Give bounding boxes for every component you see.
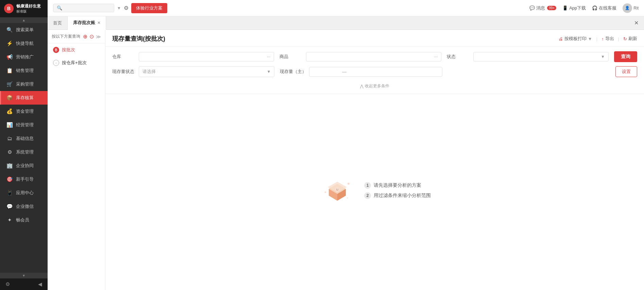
- sidebar-footer: ⚙ ◀: [0, 278, 48, 290]
- left-panel-item-batch[interactable]: B 按批次: [48, 43, 105, 56]
- username-label: Rit: [633, 6, 639, 11]
- left-panel: 按以下方案查询 ⊕ ⊙ ≫ B 按批次 ○ 按仓库+批次: [48, 30, 105, 290]
- sidebar-item-search[interactable]: 🔍 搜索菜单: [0, 23, 48, 37]
- online-service-item[interactable]: 🎧 在线客服: [592, 5, 616, 11]
- svg-point-10: [338, 188, 338, 189]
- stock-status-label: 现存量状态: [112, 69, 136, 75]
- topbar-gear-icon[interactable]: ⚙: [124, 5, 129, 11]
- settings-button[interactable]: 设置: [615, 66, 637, 77]
- sidebar-item-apps[interactable]: 📱 应用中心: [0, 186, 48, 200]
- sidebar-scroll-up[interactable]: ▲: [0, 17, 48, 23]
- warehouse-input[interactable]: ···: [139, 52, 274, 61]
- add-scheme-icon[interactable]: ⊕: [83, 33, 87, 40]
- stock-qty-min-input[interactable]: [313, 69, 340, 74]
- purchase-icon: 🛒: [6, 81, 13, 87]
- product-label: 商品: [279, 54, 303, 60]
- sidebar-item-marketing[interactable]: 📢 营销推广: [0, 50, 48, 64]
- wechat-icon: 💬: [6, 203, 13, 210]
- print-chevron-icon[interactable]: ▼: [588, 36, 592, 41]
- sidebar-item-sales[interactable]: 📋 销售管理: [0, 64, 48, 77]
- stock-status-select[interactable]: 请选择 ▼: [139, 66, 274, 77]
- sidebar-scroll-down[interactable]: ▼: [0, 273, 48, 278]
- search-input[interactable]: [64, 6, 105, 11]
- sidebar-item-newguide[interactable]: 🎯 新手引导: [0, 173, 48, 186]
- left-panel-collapse-icon[interactable]: ≫: [96, 34, 101, 39]
- step2-text: 用过滤条件来缩小分析范围: [374, 193, 431, 199]
- filter-status: 状态 ▼: [447, 52, 609, 61]
- content-area: 按以下方案查询 ⊕ ⊙ ≫ B 按批次 ○ 按仓库+批次 现存量查询(按批次): [48, 30, 644, 290]
- search-expand-icon[interactable]: ▼: [117, 6, 121, 11]
- sidebar-item-operations[interactable]: 📊 经营管理: [0, 118, 48, 132]
- right-content: 现存量查询(按批次) 🖨 按模板打印 ▼ | ↑ 导出 | ↻: [105, 30, 644, 290]
- sidebar-item-system[interactable]: ⚙ 系统管理: [0, 145, 48, 159]
- page-close-button[interactable]: ✕: [633, 18, 640, 28]
- collapse-more-btn[interactable]: ⋀ 收起更多条件: [112, 81, 637, 89]
- search-icon: 🔍: [57, 5, 62, 11]
- sidebar-item-purchase[interactable]: 🛒 采购管理: [0, 77, 48, 91]
- step1-num: 1: [364, 182, 371, 189]
- sidebar-collapse-icon[interactable]: ◀: [38, 281, 42, 287]
- empty-step2: 2 用过滤条件来缩小分析范围: [364, 192, 431, 199]
- status-select[interactable]: ▼: [473, 52, 609, 61]
- operations-icon: 📊: [6, 122, 13, 128]
- topbar-left: 🔍 ▼ ⚙ 体验行业方案: [53, 3, 167, 13]
- online-service-label: 在线客服: [599, 5, 616, 11]
- left-panel-item-warehouse-batch[interactable]: ○ 按仓库+批次: [48, 56, 105, 69]
- sidebar-item-quicknav[interactable]: ⚡ 快捷导航: [0, 37, 48, 50]
- print-action[interactable]: 🖨 按模板打印 ▼: [559, 36, 592, 42]
- search-bar[interactable]: 🔍: [53, 4, 114, 12]
- warehouse-more-icon[interactable]: ···: [267, 54, 270, 59]
- sidebar-item-enterprise[interactable]: 🏢 企业协同: [0, 159, 48, 173]
- export-action[interactable]: ↑ 导出: [601, 36, 614, 42]
- filter-warehouse: 仓库 ···: [112, 52, 274, 61]
- notification-badge: 99+: [547, 6, 556, 10]
- product-input[interactable]: ···: [306, 52, 441, 61]
- notifications-item[interactable]: 💬 消息 99+: [529, 5, 556, 11]
- stock-qty-label: 现存量（主）: [280, 69, 306, 75]
- tabs-bar: 首页 库存批次账 ✕ ✕: [48, 16, 644, 30]
- app-logo: B: [4, 4, 14, 13]
- svg-point-9: [336, 188, 337, 189]
- newguide-icon: 🎯: [6, 176, 13, 182]
- export-icon: ↑: [601, 36, 604, 41]
- svg-point-6: [325, 191, 326, 193]
- print-label: 按模板打印: [564, 36, 587, 42]
- sidebar: B 畅康通好生意 标准版 ▲ 🔍 搜索菜单 ⚡ 快捷导航 📢 营销推广 📋 销售…: [0, 0, 48, 290]
- sidebar-item-basic[interactable]: 🗂 基础信息: [0, 132, 48, 145]
- sidebar-item-wechat[interactable]: 💬 企业微信: [0, 200, 48, 213]
- empty-state: 1 请先选择要分析的方案 2 用过滤条件来缩小分析范围: [105, 94, 644, 290]
- tab-close-area: ✕: [633, 18, 644, 28]
- sidebar-nav: 🔍 搜索菜单 ⚡ 快捷导航 📢 营销推广 📋 销售管理 🛒 采购管理 📦 库存核…: [0, 23, 48, 273]
- phone-icon: 📱: [562, 5, 568, 11]
- notification-icon: 💬: [529, 5, 535, 11]
- tab-batch-account[interactable]: 库存批次账 ✕: [68, 16, 106, 30]
- sidebar-settings-icon[interactable]: ⚙: [5, 281, 10, 287]
- stock-status-chevron-icon: ▼: [267, 69, 271, 74]
- app-download-label: App下载: [569, 5, 586, 11]
- product-more-icon[interactable]: ···: [434, 54, 438, 59]
- filter-row-1: 仓库 ··· 商品 ··· 状态: [112, 51, 637, 62]
- refresh-action[interactable]: ↻ 刷新: [623, 36, 637, 42]
- left-panel-title: 按以下方案查询: [52, 34, 80, 39]
- warehouse-label: 仓库: [112, 54, 136, 60]
- page-header: 现存量查询(按批次) 🖨 按模板打印 ▼ | ↑ 导出 | ↻: [105, 30, 644, 47]
- sidebar-item-finance[interactable]: 💰 资金管理: [0, 105, 48, 118]
- scheme-settings-icon[interactable]: ⊙: [89, 33, 94, 40]
- tab-batch-label: 库存批次账: [73, 20, 95, 26]
- user-avatar-item[interactable]: 👤 Rit: [623, 3, 639, 13]
- tab-close-icon[interactable]: ✕: [97, 21, 100, 25]
- experience-btn[interactable]: 体验行业方案: [131, 3, 167, 13]
- stock-qty-range: —: [309, 67, 442, 77]
- collapse-up-icon: ⋀: [360, 84, 363, 89]
- app-name: 畅康通好生意: [16, 3, 41, 9]
- sidebar-item-inventory[interactable]: 📦 库存核算: [0, 91, 48, 105]
- stock-qty-max-input[interactable]: [349, 69, 376, 74]
- quicknav-icon: ⚡: [6, 40, 13, 47]
- sales-icon: 📋: [6, 68, 13, 74]
- sidebar-item-member[interactable]: ✦ 畅会员: [0, 213, 48, 227]
- tab-home[interactable]: 首页: [48, 17, 68, 30]
- app-download-item[interactable]: 📱 App下载: [562, 5, 586, 11]
- step2-num: 2: [364, 192, 371, 199]
- query-button[interactable]: 查询: [614, 51, 637, 62]
- enterprise-icon: 🏢: [6, 163, 13, 169]
